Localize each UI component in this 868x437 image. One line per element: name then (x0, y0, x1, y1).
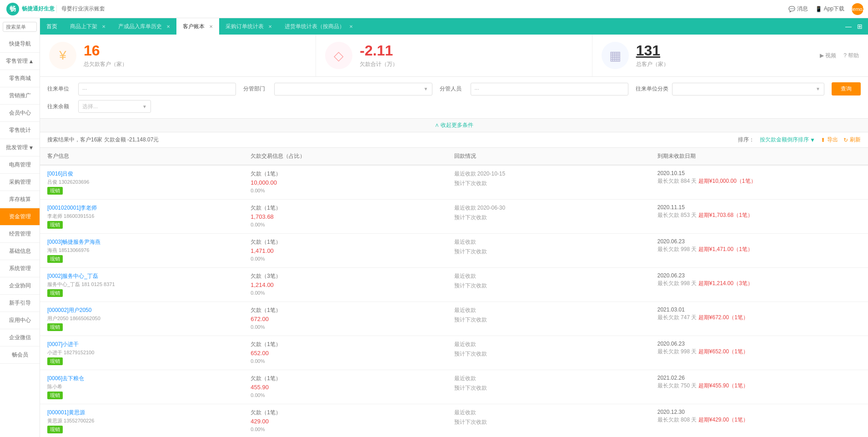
debt-cell-0: 欠款（1笔） 10,000.00 0.00% (251, 170, 454, 193)
tab-inbound-stats[interactable]: 进货单统计表（按商品） ✕ (278, 18, 359, 35)
filter-select-unit-category[interactable]: ▼ (672, 83, 824, 95)
customer-contact-4: 用户2050 18665062050 (47, 315, 251, 322)
customer-name-link-1[interactable]: [0001020001]李老师 (47, 205, 97, 211)
app-download-button[interactable]: 📱 App下载 (815, 5, 844, 13)
collapse-bar[interactable]: ∧ 收起更多条件 (40, 119, 868, 132)
tab-close-inbound[interactable]: ✕ (349, 24, 353, 29)
sidebar-item-new-guide[interactable]: 新手引导 (0, 295, 40, 312)
filter-manager: 分管人员 (440, 83, 628, 95)
tab-home[interactable]: 首页 (40, 23, 64, 30)
tab-close-purchase[interactable]: ✕ (268, 24, 272, 29)
refresh-button[interactable]: ↻ 刷新 (843, 136, 861, 144)
customer-tag-6: 现销 (47, 392, 63, 399)
search-input[interactable] (3, 22, 37, 32)
overdue-cell-6: 2021.02.26 最长欠款 750 天 超期¥455.90（1笔） (657, 375, 861, 390)
filter-select-balance[interactable]: 选择... ▼ (78, 100, 151, 113)
query-button[interactable]: 查询 (832, 82, 861, 95)
sidebar-item-quick-nav[interactable]: 快捷导航 (0, 35, 40, 53)
filter-input-from-unit[interactable] (78, 83, 236, 95)
customer-contact-2: 海燕 18513066976 (47, 247, 251, 254)
overdue-amount-link-0[interactable]: 超期¥10,000.00（1笔） (698, 178, 756, 184)
sidebar-item-purchase[interactable]: 采购管理 (0, 174, 40, 191)
debt-ratio-2: 0.00% (251, 256, 454, 261)
overdue-amount-link-5[interactable]: 超期¥652.00（1笔） (698, 348, 748, 355)
debt-cell-7: 欠款（1笔） 429.00 0.00% (251, 409, 454, 432)
sidebar-item-retail-stats[interactable]: 零售统计 (0, 122, 40, 139)
user-profile[interactable]: demo2 (852, 3, 863, 15)
tab-maximize-btn[interactable]: ⊞ (855, 22, 864, 31)
sidebar-item-retail-store[interactable]: 零售商城 (0, 70, 40, 87)
stat-card-debt-customers: ¥ 16 总欠款客户（家） (40, 35, 316, 76)
sidebar-item-app-center[interactable]: 应用中心 (0, 312, 40, 329)
sidebar-item-vip-member[interactable]: 畅会员 (0, 347, 40, 364)
tab-product-history[interactable]: 产成品入库单历史 ✕ (112, 18, 176, 35)
overdue-amount-link-1[interactable]: 超期¥1,703.68（1笔） (698, 212, 753, 218)
col-header-collection: 回款情况 (454, 152, 657, 160)
customer-name-link-6[interactable]: [0006]去下粮仓 (47, 375, 84, 382)
sidebar-item-member-center[interactable]: 会员中心 (0, 105, 40, 122)
sidebar-item-finance[interactable]: 资金管理 (0, 208, 40, 226)
overdue-days-4: 最长欠款 747 天 超期¥672.00（1笔） (657, 314, 861, 321)
tab-close-products[interactable]: ✕ (102, 24, 105, 29)
help-link[interactable]: ? 帮助 (843, 52, 859, 60)
sidebar-item-inventory[interactable]: 库存核算 (0, 191, 40, 208)
main-layout: 快捷导航 零售管理 ▲ 零售商城 营销推广 会员中心 零售统计 批发管理 ▼ 电… (0, 18, 868, 437)
customer-name-link-4[interactable]: [000002]用户2050 (47, 307, 91, 313)
sidebar-item-basic-info[interactable]: 基础信息 (0, 243, 40, 260)
overdue-amount-link-6[interactable]: 超期¥455.90（1笔） (698, 382, 748, 389)
customer-cell-7: [000001]黄思源 黄思源 13552700226 现销 (47, 409, 251, 433)
chevron-down-icon-3: ▼ (142, 104, 147, 109)
filter-label-branch-dept: 分管部门 (243, 85, 271, 93)
tab-products-on-off[interactable]: 商品上下架 ✕ (64, 18, 112, 35)
stat-label-debt-total: 欠款合计（万） (360, 60, 398, 68)
overdue-cell-5: 2020.06.23 最长欠款 998 天 超期¥652.00（1笔） (657, 341, 861, 356)
stat-icon-yen: ¥ (49, 42, 76, 69)
tab-minimize-btn[interactable]: — (843, 22, 853, 31)
tab-close-history[interactable]: ✕ (166, 24, 170, 29)
customer-name-link-2[interactable]: [0003]畅捷服务尹海燕 (47, 239, 100, 245)
table-row: [0006]去下粮仓 陈小希 现销 欠款（1笔） 455.90 0.00% 最近… (40, 370, 868, 404)
filter-input-manager[interactable] (471, 83, 628, 95)
sidebar-item-marketing[interactable]: 营销推广 (0, 87, 40, 105)
tab-customer-account[interactable]: 客户账本 ✕ (176, 18, 219, 35)
video-link[interactable]: ▶ 视频 (820, 52, 836, 60)
stat-info-3: 131 总客户（家） (636, 43, 669, 68)
customer-tag-2: 现销 (47, 255, 63, 263)
sort-select[interactable]: 按欠款金额倒序排序 ▼ (760, 136, 815, 144)
sidebar-item-enterprise-wechat[interactable]: 企业微信 (0, 329, 40, 347)
customer-name-link-7[interactable]: [000001]黄思源 (47, 409, 85, 416)
tab-close-customer[interactable]: ✕ (209, 24, 213, 29)
overdue-amount-link-3[interactable]: 超期¥1,214.00（3笔） (698, 280, 753, 286)
debt-ratio-0: 0.00% (251, 188, 454, 193)
message-button[interactable]: 💬 消息 (788, 5, 808, 13)
overdue-amount-link-7[interactable]: 超期¥429.00（1笔） (698, 417, 748, 423)
due-date-6: 2021.02.26 (657, 375, 861, 381)
debt-amount-6: 455.90 (251, 384, 454, 391)
stat-number-debt-customers: 16 (84, 43, 127, 59)
sidebar-item-retail-mgmt[interactable]: 零售管理 ▲ (0, 53, 40, 70)
sidebar-item-ecommerce[interactable]: 电商管理 (0, 156, 40, 174)
collection-cell-4: 最近收款 预计下次收款 (454, 306, 657, 324)
sidebar-item-batch-mgmt[interactable]: 批发管理 ▼ (0, 139, 40, 156)
customer-name-link-3[interactable]: [0002]服务中心_丁磊 (47, 273, 98, 279)
collection-cell-3: 最近收款 预计下次收款 (454, 272, 657, 290)
tab-purchase-order[interactable]: 采购订单统计表 ✕ (219, 18, 278, 35)
sort-value: 按欠款金额倒序排序 (760, 136, 809, 144)
overdue-amount-link-2[interactable]: 超期¥1,471.00（1笔） (698, 246, 753, 252)
stat-info-2: -2.11 欠款合计（万） (360, 43, 398, 68)
debt-cell-4: 欠款（1笔） 672.00 0.00% (251, 306, 454, 330)
overdue-amount-link-4[interactable]: 超期¥672.00（1笔） (698, 314, 748, 321)
next-collection-7: 预计下次收款 (454, 418, 657, 426)
sidebar-item-operations[interactable]: 经营管理 (0, 226, 40, 243)
help-label: 帮助 (848, 52, 859, 60)
debt-info-0: 欠款（1笔） (251, 170, 454, 178)
customer-name-link-0[interactable]: [0016]吕俊 (47, 171, 73, 177)
tab-label-history: 产成品入库单历史 (118, 23, 162, 30)
customer-name-link-5[interactable]: [0007]小进干 (47, 341, 79, 347)
export-button[interactable]: ⬆ 导出 (821, 136, 838, 144)
debt-ratio-4: 0.00% (251, 324, 454, 330)
sidebar-item-enterprise[interactable]: 企业协同 (0, 277, 40, 295)
filter-select-branch-dept[interactable]: ▼ (274, 83, 432, 95)
debt-amount-1: 1,703.68 (251, 213, 454, 220)
sidebar-item-system[interactable]: 系统管理 (0, 260, 40, 277)
